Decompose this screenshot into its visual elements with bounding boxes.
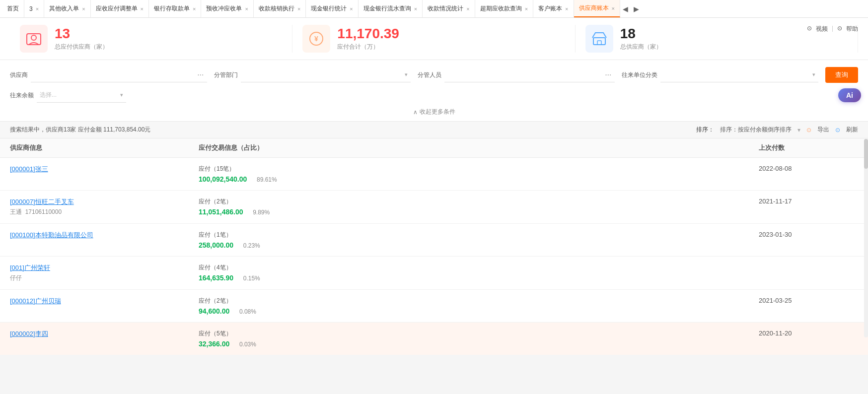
query-button[interactable]: 查询: [825, 67, 858, 83]
nav-tab-bank-deposit[interactable]: 银行存取款单 ×: [149, 0, 201, 17]
supplier-info-3: [000100]本特勤油品有限公司: [10, 231, 199, 240]
nav-arrow-right[interactable]: ▶: [631, 0, 642, 17]
table-row: [000001]张三 应付（15笔） 100,092,540.00 89.61%…: [0, 158, 868, 191]
close-overdue-icon[interactable]: ×: [525, 6, 528, 12]
dept-filter-select[interactable]: ▾: [241, 67, 411, 82]
filter-area: 供应商 ··· 分管部门 ▾ 分管人员 ··· 往来单位分类 ▾ 查询 往来余额: [0, 60, 868, 122]
dept-chevron-icon: ▾: [405, 71, 408, 78]
balance-filter-select[interactable]: 选择... ▾: [37, 88, 126, 103]
nav-tab-collect-stat[interactable]: 收款情况统计 ×: [423, 0, 475, 17]
stats-bar: 13 总应付供应商（家） ¥ 11,170.39 应付合计（万） 18 总供应商…: [0, 18, 868, 60]
close-bank-deposit-icon[interactable]: ×: [193, 6, 196, 12]
ai-button[interactable]: Ai: [838, 88, 861, 102]
close-other-income-icon[interactable]: ×: [82, 6, 85, 12]
close-supplier-account-icon[interactable]: ×: [612, 5, 615, 11]
nav-tab-3[interactable]: 3 ×: [24, 0, 44, 17]
collapse-icon: ∧: [413, 109, 418, 116]
balance-filter-label: 往来余额: [10, 91, 34, 100]
manager-filter-input[interactable]: ···: [444, 67, 615, 82]
supplier-link-2[interactable]: [000007]恒旺二手叉车: [10, 197, 199, 206]
nav-tab-overdue-query[interactable]: 超期应收款查询 ×: [475, 0, 533, 17]
nav-tab-supplier-account[interactable]: 供应商账本 ×: [574, 0, 620, 17]
svg-rect-4: [593, 38, 605, 45]
supplier-link-6[interactable]: [000002]李四: [10, 329, 199, 338]
transaction-info-5: 应付（2笔） 94,600.00 0.08%: [199, 297, 759, 315]
close-cash-bank-stat-icon[interactable]: ×: [350, 6, 353, 12]
trans-pct-5: 0.08%: [239, 308, 256, 315]
table-row: [000100]本特勤油品有限公司 应付（1笔） 258,000.00 0.23…: [0, 224, 868, 257]
supplier-contact-4: 仔仔: [10, 274, 199, 282]
lastpay-6: 2020-11-20: [759, 329, 858, 337]
supplier-contact-2: 王通 17106110000: [10, 208, 199, 216]
close-advance-collect-icon[interactable]: ×: [245, 6, 248, 12]
close-collect-verify-icon[interactable]: ×: [297, 6, 300, 12]
trans-pct-3: 0.23%: [243, 242, 260, 249]
trans-label-5: 应付（2笔）: [199, 297, 759, 305]
svg-point-1: [31, 35, 36, 40]
stat-icon-money: ¥: [302, 25, 330, 53]
close-tab-3-icon[interactable]: ×: [36, 6, 39, 12]
nav-tab-ap-adjust[interactable]: 应收应付调整单 ×: [91, 0, 149, 17]
nav-tab-collect-verify[interactable]: 收款核销执行 ×: [254, 0, 306, 17]
trans-label-1: 应付（15笔）: [199, 165, 759, 173]
trans-amount-3: 258,000.00: [199, 241, 233, 249]
supplier-info-2: [000007]恒旺二手叉车 王通 17106110000: [10, 197, 199, 216]
transaction-info-2: 应付（2笔） 11,051,486.00 9.89%: [199, 197, 759, 216]
transaction-info-3: 应付（1笔） 258,000.00 0.23%: [199, 231, 759, 249]
lastpay-5: 2021-03-25: [759, 297, 858, 304]
category-chevron-icon: ▾: [812, 71, 815, 78]
video-link[interactable]: 视频: [816, 25, 828, 33]
close-customer-account-icon[interactable]: ×: [565, 6, 568, 12]
nav-tab-other-income[interactable]: 其他收入单 ×: [44, 0, 90, 17]
supplier-link-5[interactable]: [000012]广州贝瑞: [10, 297, 199, 306]
supplier-info-6: [000002]李四: [10, 329, 199, 338]
trans-label-6: 应付（5笔）: [199, 329, 759, 338]
supplier-filter-input[interactable]: ···: [31, 67, 207, 82]
stat-icon-store: [585, 25, 613, 53]
refresh-button[interactable]: 刷新: [846, 126, 858, 134]
stat-ap-total-label: 应付合计（万）: [337, 43, 399, 51]
sort-value[interactable]: 排序：按应付余额倒序排序: [720, 126, 792, 134]
supplier-link-1[interactable]: [000001]张三: [10, 165, 199, 174]
close-cash-flow-icon[interactable]: ×: [414, 6, 417, 12]
filter-dept: 分管部门 ▾: [214, 67, 411, 82]
nav-tab-advance-collect[interactable]: 预收冲应收单 ×: [201, 0, 253, 17]
stat-total-suppliers-value: 18: [620, 26, 662, 42]
close-ap-adjust-icon[interactable]: ×: [141, 6, 144, 12]
video-icon: ⊙: [807, 25, 812, 33]
trans-pct-2: 9.89%: [253, 209, 270, 216]
trans-amount-1: 100,092,540.00: [199, 175, 247, 183]
svg-rect-5: [597, 41, 601, 45]
filter-balance: 往来余额 选择... ▾: [10, 88, 159, 103]
nav-tab-home[interactable]: 首页: [2, 0, 24, 17]
nav-arrow-left[interactable]: ◀: [620, 0, 631, 17]
stat-ap-total: ¥ 11,170.39 应付合计（万）: [292, 25, 575, 53]
trans-amount-2: 11,051,486.00: [199, 208, 243, 216]
help-link[interactable]: 帮助: [846, 25, 858, 33]
result-bar: 搜索结果中，供应商13家 应付金额 111,703,854.00元 排序： 排序…: [0, 122, 868, 138]
collapse-text: 收起更多条件: [420, 108, 455, 116]
nav-tab-cash-flow-query[interactable]: 现金银行流水查询 ×: [359, 0, 423, 17]
sort-dropdown-icon: ▾: [797, 127, 800, 133]
supplier-link-4[interactable]: [001]广州荣轩: [10, 263, 199, 272]
nav-tab-cash-bank-stat[interactable]: 现金银行统计 ×: [306, 0, 358, 17]
help-icon: ⊙: [837, 25, 842, 33]
transaction-info-4: 应付（4笔） 164,635.90 0.15%: [199, 263, 759, 282]
table-row: [000012]广州贝瑞 应付（2笔） 94,600.00 0.08% 2021…: [0, 290, 868, 323]
close-collect-stat-icon[interactable]: ×: [466, 6, 469, 12]
supplier-info-4: [001]广州荣轩 仔仔: [10, 263, 199, 282]
stat-ap-suppliers: 13 总应付供应商（家）: [10, 25, 292, 53]
transaction-info-6: 应付（5笔） 32,366.00 0.03%: [199, 329, 759, 348]
category-filter-select[interactable]: ▾: [660, 67, 819, 82]
collapse-bar[interactable]: ∧ 收起更多条件: [10, 108, 858, 116]
nav-tab-customer-account[interactable]: 客户账本 ×: [533, 0, 574, 17]
scrollbar-thumb[interactable]: [864, 139, 868, 169]
stat-ap-total-value: 11,170.39: [337, 26, 399, 42]
supplier-link-3[interactable]: [000100]本特勤油品有限公司: [10, 231, 199, 240]
stat-icon-suppliers: [20, 25, 48, 53]
col-header-supplier: 供应商信息: [10, 143, 199, 152]
scrollbar-track[interactable]: [864, 139, 868, 337]
export-button[interactable]: 导出: [817, 126, 829, 134]
table-row: [000002]李四 应付（5笔） 32,366.00 0.03% 2020-1…: [0, 323, 868, 355]
lastpay-1: 2022-08-08: [759, 165, 858, 172]
